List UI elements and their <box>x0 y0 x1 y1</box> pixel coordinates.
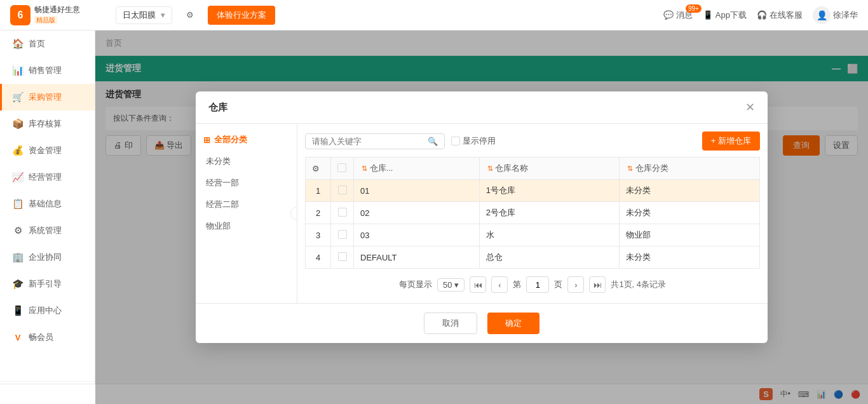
category-item-property[interactable]: 物业部 <box>196 215 297 237</box>
store-selector[interactable]: 日太阳膜 ▾ <box>116 6 172 24</box>
select-all-checkbox[interactable] <box>337 163 346 172</box>
category-panel: ⊞ 全部分类 未分类 经营一部 经营二部 物业部 ‹ <box>196 124 297 303</box>
message-icon: 💬 <box>663 10 674 20</box>
row-category: 未分类 <box>620 246 760 269</box>
enterprise-icon: 🏢 <box>12 252 24 263</box>
next-page-button[interactable]: › <box>567 276 584 293</box>
table-body: 1 01 1号仓库 未分类 2 02 <box>306 180 760 269</box>
row-check[interactable] <box>331 180 354 202</box>
page-unit: 页 <box>554 279 562 290</box>
sidebar-item-system[interactable]: ⚙ 系统管理 <box>0 217 95 244</box>
sidebar-item-sales[interactable]: 📊 销售管理 <box>0 57 95 84</box>
guide-icon: 🎓 <box>12 278 24 290</box>
row-code: 02 <box>354 202 480 224</box>
user-profile[interactable]: 👤 徐泽华 <box>813 6 858 24</box>
last-page-button[interactable]: ⏭ <box>589 276 606 293</box>
user-avatar: 👤 <box>813 6 831 24</box>
sidebar-item-basic-info[interactable]: 📋 基础信息 <box>0 191 95 217</box>
row-code: 03 <box>354 224 480 246</box>
category-item-ops2[interactable]: 经营二部 <box>196 194 297 215</box>
category-all[interactable]: ⊞ 全部分类 <box>196 129 297 151</box>
header-right: 💬 消息 99+ 📱 App下载 🎧 在线客服 👤 徐泽华 <box>663 6 858 24</box>
sidebar-item-purchase[interactable]: 🛒 采购管理 <box>0 84 95 111</box>
message-item[interactable]: 💬 消息 99+ <box>663 10 693 21</box>
col-gear: ⚙ <box>306 158 331 180</box>
row-num: 3 <box>306 224 331 246</box>
dropdown-arrow-icon: ▾ <box>161 10 165 20</box>
table-row[interactable]: 1 01 1号仓库 未分类 <box>306 180 760 202</box>
per-page-select[interactable]: 50 ▾ <box>437 278 465 292</box>
app-logo-text: 畅捷通好生意 精品版 <box>34 5 80 25</box>
sidebar-item-enterprise[interactable]: 🏢 企业协同 <box>0 244 95 271</box>
sort-category-icon[interactable]: ⇅ <box>627 165 633 172</box>
row-name: 水 <box>479 224 620 246</box>
confirm-button[interactable]: 确定 <box>487 313 539 334</box>
table-row[interactable]: 3 03 水 物业部 <box>306 224 760 246</box>
show-disabled-checkbox[interactable] <box>451 137 460 145</box>
row-num: 1 <box>306 180 331 202</box>
table-head: ⚙ ⇅ 仓库... <box>306 158 760 180</box>
row-num: 4 <box>306 246 331 269</box>
show-disabled-label[interactable]: 显示停用 <box>451 135 496 147</box>
operations-icon: 📈 <box>12 172 24 183</box>
sidebar-item-member[interactable]: V 畅会员 <box>0 324 95 351</box>
trial-button[interactable]: 体验行业方案 <box>208 6 275 25</box>
app-logo-icon: 6 <box>10 5 31 25</box>
table-row[interactable]: 4 DEFAULT 总仓 未分类 <box>306 246 760 269</box>
sidebar: 🏠 首页 📊 销售管理 🛒 采购管理 📦 库存核算 💰 资金管理 📈 经营管理 … <box>0 30 95 404</box>
add-warehouse-button[interactable]: + 新增仓库 <box>702 131 760 151</box>
row-name: 2号仓库 <box>479 202 620 224</box>
total-info: 共1页, 4条记录 <box>611 279 666 290</box>
col-category-header: ⇅ 仓库分类 <box>620 158 760 180</box>
sort-code-icon[interactable]: ⇅ <box>362 165 367 172</box>
sidebar-item-app-center[interactable]: 📱 应用中心 <box>0 297 95 324</box>
search-input[interactable] <box>312 137 424 146</box>
row-code: DEFAULT <box>354 246 480 269</box>
inventory-icon: 📦 <box>12 118 24 130</box>
row-num: 2 <box>306 202 331 224</box>
first-page-button[interactable]: ⏮ <box>470 276 486 293</box>
search-box: 🔍 <box>305 133 445 149</box>
modal-overlay: 仓库 ✕ ⊞ 全部分类 未分类 经营一部 经营二部 物业部 <box>95 30 868 404</box>
per-page-label: 每页显示 <box>399 279 432 290</box>
sort-name-icon[interactable]: ⇅ <box>487 165 493 172</box>
pagination-bar: 每页显示 50 ▾ ⏮ ‹ 第 页 › ⏭ 共1页 <box>305 269 760 295</box>
settings-icon[interactable]: ⚙ <box>180 5 200 25</box>
row-category: 物业部 <box>620 224 760 246</box>
sidebar-item-inventory[interactable]: 📦 库存核算 <box>0 111 95 137</box>
sidebar-item-operations[interactable]: 📈 经营管理 <box>0 164 95 191</box>
row-check[interactable] <box>331 224 354 246</box>
app-center-icon: 📱 <box>12 305 24 316</box>
sidebar-item-home[interactable]: 🏠 首页 <box>0 30 95 57</box>
table-toolbar: 🔍 显示停用 + 新增仓库 <box>305 131 760 151</box>
modal-header: 仓库 ✕ <box>196 91 768 124</box>
prev-page-button[interactable]: ‹ <box>491 276 508 293</box>
online-service-item[interactable]: 🎧 在线客服 <box>757 10 803 21</box>
grid-icon: ⊞ <box>203 135 210 145</box>
search-icon: 🔍 <box>428 137 438 146</box>
system-icon: ⚙ <box>12 225 24 236</box>
category-item-unclassified[interactable]: 未分类 <box>196 151 297 172</box>
row-name: 1号仓库 <box>479 180 620 202</box>
select-arrow-icon: ▾ <box>454 280 459 290</box>
modal-title: 仓库 <box>208 102 227 114</box>
headset-icon: 🎧 <box>757 10 767 20</box>
table-row[interactable]: 2 02 2号仓库 未分类 <box>306 202 760 224</box>
row-category: 未分类 <box>620 180 760 202</box>
row-code: 01 <box>354 180 480 202</box>
modal-close-button[interactable]: ✕ <box>745 100 755 114</box>
sidebar-item-guide[interactable]: 🎓 新手引导 <box>0 271 95 297</box>
category-item-ops1[interactable]: 经营一部 <box>196 172 297 194</box>
top-header: 6 畅捷通好生意 精品版 日太阳膜 ▾ ⚙ 体验行业方案 💬 消息 99+ 📱 … <box>0 0 868 30</box>
warehouse-table: ⚙ ⇅ 仓库... <box>305 157 760 269</box>
cancel-button[interactable]: 取消 <box>424 313 477 334</box>
modal-footer: 取消 确定 <box>196 303 768 343</box>
app-download-item[interactable]: 📱 App下载 <box>703 10 747 21</box>
row-check[interactable] <box>331 246 354 269</box>
row-check[interactable] <box>331 202 354 224</box>
col-name-header: ⇅ 仓库名称 <box>479 158 620 180</box>
page-input[interactable] <box>526 276 549 293</box>
modal-body: ⊞ 全部分类 未分类 经营一部 经营二部 物业部 ‹ <box>196 124 768 303</box>
sidebar-item-finance[interactable]: 💰 资金管理 <box>0 137 95 164</box>
table-container: ⚙ ⇅ 仓库... <box>305 157 760 269</box>
